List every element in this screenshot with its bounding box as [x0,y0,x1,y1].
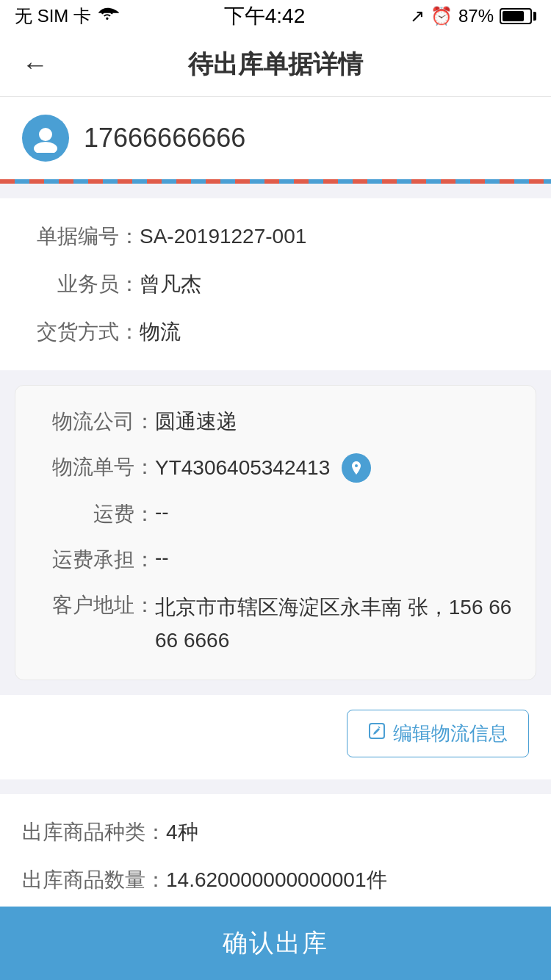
nav-bar: ← 待出库单据详情 [0,32,551,97]
freight-bear-row: 运费承担： -- [37,546,514,574]
goods-quantity-row: 出库商品数量： 14.620000000000001件 [22,864,529,897]
logistics-company-label: 物流公司： [37,408,155,436]
freight-row: 运费： -- [37,500,514,528]
carrier-text: 无 SIM 卡 [15,4,91,28]
goods-types-label: 出库商品种类： [22,816,166,849]
freight-label: 运费： [37,500,155,528]
confirm-button[interactable]: 确认出库 [0,907,551,980]
goods-section: 出库商品种类： 4种 出库商品数量： 14.620000000000001件 [0,794,551,919]
tracking-number-text: YT4306405342413 [155,456,330,480]
alarm-icon: ⏰ [431,6,453,26]
goods-quantity-value: 14.620000000000001件 [166,864,529,897]
page-title: 待出库单据详情 [188,48,363,82]
salesman-value: 曾凡杰 [140,268,529,301]
freight-value: -- [155,500,514,524]
status-bar: 无 SIM 卡 下午4:42 ↗ ⏰ 87% [0,0,551,32]
logistics-tracking-value: YT4306405342413 [155,453,514,483]
logistics-tracking-row: 物流单号： YT4306405342413 [37,453,514,483]
salesman-label: 业务员： [22,268,140,301]
track-location-button[interactable] [342,453,371,483]
goods-types-row: 出库商品种类： 4种 [22,816,529,849]
document-number-value: SA-20191227-001 [140,220,529,253]
logistics-card: 物流公司： 圆通速递 物流单号： YT4306405342413 运费： -- … [15,385,536,680]
battery-percent: 87% [458,6,494,26]
section-separator [0,779,551,794]
edit-logistics-button[interactable]: 编辑物流信息 [347,710,529,757]
back-button[interactable]: ← [22,49,48,80]
svg-point-0 [39,128,52,141]
address-label: 客户地址： [37,591,155,619]
wifi-icon [98,6,119,26]
battery-icon [500,8,536,24]
freight-bear-value: -- [155,546,514,569]
avatar [22,115,69,162]
goods-quantity-label: 出库商品数量： [22,864,166,897]
phone-section: 17666666666 [0,97,551,179]
status-left: 无 SIM 卡 [15,4,119,28]
logistics-company-value: 圆通速递 [155,408,514,436]
delivery-row: 交货方式： 物流 [22,316,529,349]
content: 17666666666 单据编号： SA-20191227-001 业务员： 曾… [0,97,551,980]
edit-icon [368,722,386,745]
logistics-company-row: 物流公司： 圆通速递 [37,408,514,436]
address-row: 客户地址： 北京市市辖区海淀区永丰南 张，156 6666 6666 [37,591,514,657]
status-time: 下午4:42 [224,2,306,30]
edit-btn-container: 编辑物流信息 [0,695,551,779]
location-status-icon: ↗ [410,6,425,26]
goods-types-value: 4种 [166,816,529,849]
document-info-section: 单据编号： SA-20191227-001 业务员： 曾凡杰 交货方式： 物流 [0,198,551,370]
document-number-label: 单据编号： [22,220,140,253]
freight-bear-label: 运费承担： [37,546,155,574]
delivery-label: 交货方式： [22,316,140,349]
logistics-tracking-label: 物流单号： [37,453,155,481]
customer-phone: 17666666666 [84,123,245,154]
edit-logistics-label: 编辑物流信息 [393,721,508,746]
svg-point-1 [34,142,57,153]
document-number-row: 单据编号： SA-20191227-001 [22,220,529,253]
dashed-divider [0,179,551,184]
status-right: ↗ ⏰ 87% [410,6,536,26]
salesman-row: 业务员： 曾凡杰 [22,268,529,301]
delivery-value: 物流 [140,316,529,349]
address-value: 北京市市辖区海淀区永丰南 张，156 6666 6666 [155,591,514,657]
